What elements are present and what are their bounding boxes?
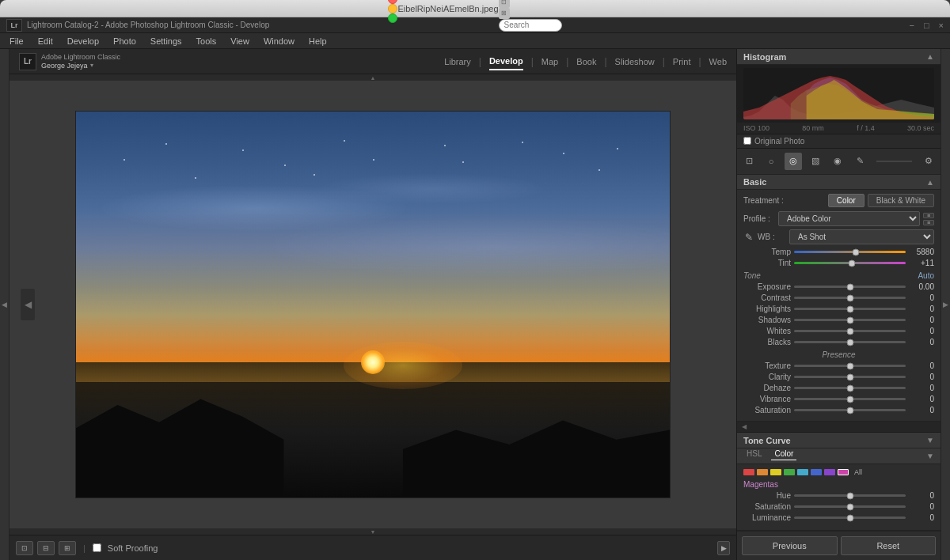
minimize-button[interactable]: [388, 4, 397, 13]
chip-all-label[interactable]: All: [854, 468, 862, 476]
chip-magenta[interactable]: [838, 469, 849, 475]
red-eye-btn[interactable]: ◎: [785, 153, 802, 170]
exposure-thumb[interactable]: [846, 283, 853, 290]
chip-cyan[interactable]: [797, 469, 808, 475]
profile-icon-1[interactable]: ≡: [923, 213, 934, 218]
exposure-slider[interactable]: [794, 286, 906, 288]
soft-proofing-check[interactable]: [93, 543, 101, 552]
saturation-thumb[interactable]: [846, 407, 853, 414]
original-photo-check[interactable]: [743, 137, 751, 145]
menu-view[interactable]: View: [224, 35, 256, 47]
sat-thumb[interactable]: [846, 503, 853, 510]
blacks-slider[interactable]: [794, 341, 906, 343]
tab-book[interactable]: Book: [576, 54, 596, 70]
menu-tools[interactable]: Tools: [190, 35, 223, 47]
profile-select[interactable]: Adobe Color: [778, 211, 920, 226]
sat-slider[interactable]: [794, 505, 906, 508]
menu-develop[interactable]: Develop: [61, 35, 105, 47]
texture-thumb[interactable]: [846, 362, 853, 369]
hsl-section-header[interactable]: HSL Color ▼: [737, 448, 940, 464]
chip-blue[interactable]: [811, 469, 822, 475]
tone-auto-btn[interactable]: Auto: [918, 271, 934, 280]
bottom-expand-strip[interactable]: ▼: [10, 528, 736, 535]
tab-develop[interactable]: Develop: [489, 53, 523, 70]
adjustment-brush-btn[interactable]: ✎: [851, 153, 868, 170]
tab-print[interactable]: Print: [673, 54, 691, 70]
close-button[interactable]: [388, 0, 397, 4]
whites-thumb[interactable]: [846, 327, 853, 335]
toolbar-arrow-right[interactable]: ▶: [717, 541, 730, 555]
temp-slider[interactable]: [794, 251, 906, 253]
vibrance-thumb[interactable]: [846, 395, 853, 403]
hsl-tab-color[interactable]: Color: [771, 448, 796, 460]
title-btn-2[interactable]: ⊡: [499, 0, 510, 8]
tab-map[interactable]: Map: [542, 54, 558, 70]
previous-button[interactable]: Previous: [742, 536, 838, 555]
temp-thumb[interactable]: [852, 248, 859, 255]
menu-help[interactable]: Help: [302, 35, 333, 47]
crop-tool-btn[interactable]: ⊡: [740, 153, 758, 170]
hsl-tab-hsl[interactable]: HSL: [743, 448, 765, 460]
clarity-thumb[interactable]: [846, 373, 853, 380]
tab-library[interactable]: Library: [444, 54, 471, 70]
texture-slider[interactable]: [794, 365, 906, 367]
dehaze-thumb[interactable]: [846, 384, 853, 392]
wb-select[interactable]: As Shot: [789, 229, 934, 244]
user-dropdown-arrow[interactable]: ▾: [90, 62, 93, 70]
chip-orange[interactable]: [757, 469, 768, 475]
settings-icon-btn[interactable]: ⚙: [920, 153, 937, 170]
chip-red[interactable]: [743, 469, 754, 475]
tint-slider[interactable]: [794, 262, 906, 264]
chip-green[interactable]: [784, 469, 795, 475]
chip-yellow[interactable]: [770, 469, 781, 475]
blacks-thumb[interactable]: [846, 339, 853, 346]
top-expand-strip[interactable]: ▲: [10, 74, 736, 81]
profile-icon-2[interactable]: ≡: [923, 220, 934, 225]
win-minimize-btn[interactable]: −: [909, 21, 914, 30]
menu-settings[interactable]: Settings: [144, 35, 188, 47]
title-btn-3[interactable]: ⊠: [499, 8, 510, 19]
win-restore-btn[interactable]: □: [924, 21, 929, 30]
whites-slider[interactable]: [794, 330, 906, 332]
highlights-thumb[interactable]: [846, 305, 853, 312]
saturation-slider[interactable]: [794, 409, 906, 411]
menu-edit[interactable]: Edit: [32, 35, 59, 47]
treatment-color-btn[interactable]: Color: [828, 194, 864, 207]
contrast-thumb[interactable]: [846, 294, 853, 301]
treatment-bw-btn[interactable]: Black & White: [868, 194, 934, 207]
vibrance-slider[interactable]: [794, 398, 906, 400]
title-search-input[interactable]: [499, 19, 562, 32]
lum-thumb[interactable]: [846, 514, 853, 521]
tab-slideshow[interactable]: Slideshow: [615, 54, 655, 70]
basic-section-header[interactable]: Basic ▲: [737, 175, 940, 191]
hue-slider[interactable]: [794, 494, 906, 497]
menu-window[interactable]: Window: [257, 35, 301, 47]
menu-photo[interactable]: Photo: [107, 35, 142, 47]
radial-filter-btn[interactable]: ◉: [829, 153, 846, 170]
maximize-button[interactable]: [388, 13, 397, 23]
dehaze-slider[interactable]: [794, 387, 906, 389]
tab-web[interactable]: Web: [709, 54, 727, 70]
contrast-slider[interactable]: [794, 297, 906, 299]
win-close-btn[interactable]: ×: [939, 21, 944, 30]
menu-file[interactable]: File: [3, 35, 30, 47]
graduated-filter-btn[interactable]: ▧: [807, 153, 824, 170]
shadows-slider[interactable]: [794, 319, 906, 321]
right-panel-toggle[interactable]: ▶: [940, 49, 950, 560]
left-panel-toggle[interactable]: ◀: [0, 49, 10, 560]
left-nav-arrow[interactable]: ◀: [21, 289, 35, 320]
lum-slider[interactable]: [794, 516, 906, 519]
highlights-slider[interactable]: [794, 308, 906, 310]
view-mode-btn-3[interactable]: ⊞: [59, 541, 76, 555]
spot-removal-btn[interactable]: ○: [762, 153, 780, 170]
wb-eyedropper-icon[interactable]: ✎: [743, 232, 754, 243]
chip-purple[interactable]: [824, 469, 835, 475]
clarity-slider[interactable]: [794, 376, 906, 378]
shadows-thumb[interactable]: [846, 316, 853, 324]
between-sections-arrow[interactable]: ◀: [737, 422, 940, 433]
histogram-header[interactable]: Histogram ▲: [737, 49, 940, 65]
hue-thumb[interactable]: [846, 492, 853, 499]
view-mode-btn-1[interactable]: ⊡: [16, 541, 33, 555]
reset-button[interactable]: Reset: [841, 536, 937, 555]
view-mode-btn-2[interactable]: ⊟: [37, 541, 55, 555]
